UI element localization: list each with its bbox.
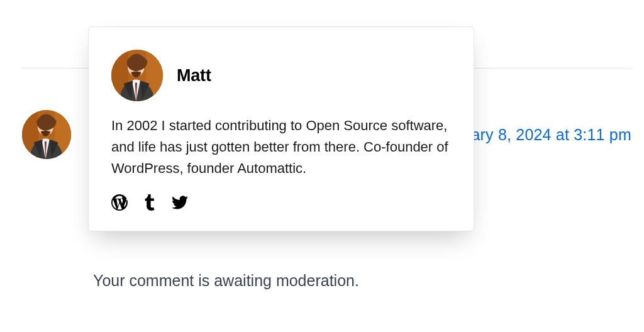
avatar-image [22, 110, 71, 159]
tumblr-icon[interactable] [142, 194, 158, 213]
commenter-avatar[interactable] [22, 110, 71, 159]
wordpress-icon[interactable] [111, 194, 128, 213]
comment-timestamp[interactable]: uary 8, 2024 at 3:11 pm [462, 126, 631, 144]
avatar-image [111, 50, 163, 101]
hovercard-header: Matt [111, 50, 451, 101]
hovercard-social-row [111, 194, 451, 213]
author-hovercard: Matt In 2002 I started contributing to O… [88, 26, 474, 231]
comment-permalink[interactable]: uary 8, 2024 at 3:11 pm [462, 126, 631, 143]
hovercard-avatar[interactable] [111, 50, 163, 101]
hovercard-author-name[interactable]: Matt [177, 66, 211, 86]
moderation-notice: Your comment is awaiting moderation. [93, 272, 359, 290]
hovercard-bio: In 2002 I started contributing to Open S… [111, 115, 451, 179]
twitter-icon[interactable] [172, 194, 188, 213]
